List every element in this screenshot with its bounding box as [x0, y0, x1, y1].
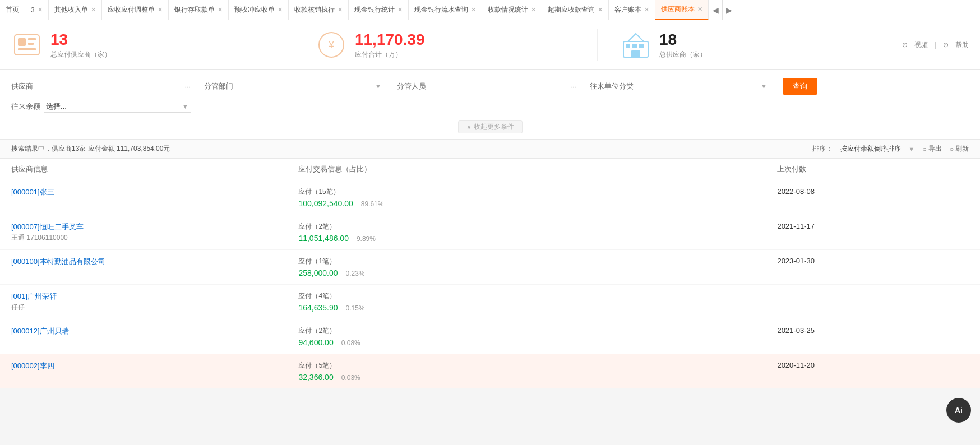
trans-label: 应付（1笔）: [298, 257, 777, 266]
nav-tab-label: 供应商账本: [661, 4, 695, 14]
payable-total-amount: 11,170.39: [355, 31, 425, 49]
filter-person: 分管人员 ···: [397, 80, 576, 92]
help-link[interactable]: 帮助: [955, 40, 969, 50]
supplier-link[interactable]: [000001]张三: [11, 188, 54, 196]
nav-tab-advance-collect[interactable]: 预收冲应收单 ✕: [229, 0, 289, 20]
balance-select[interactable]: 选择...: [44, 100, 191, 112]
trans-amount[interactable]: 100,092,540.00: [298, 199, 353, 208]
export-label: 导出: [928, 144, 942, 154]
nav-tab-3[interactable]: 3 ✕: [25, 0, 49, 20]
svg-rect-3: [28, 43, 34, 45]
search-button[interactable]: 查询: [783, 78, 817, 95]
export-icon: ○: [923, 145, 927, 153]
close-icon[interactable]: ✕: [397, 6, 403, 13]
nav-tab-other-income[interactable]: 其他收入单 ✕: [49, 0, 102, 20]
nav-tab-label: 收款情况统计: [488, 5, 528, 15]
nav-tab-customer-account[interactable]: 客户账本 ✕: [609, 0, 655, 20]
filter-area: 供应商 ··· 分管部门 ▼ 分管人员 ··· 往来单位分类: [0, 70, 980, 140]
nav-tab-bank-deposit[interactable]: 银行存取款单 ✕: [169, 0, 229, 20]
filter-row-2: 往来余额 选择... ▼: [11, 100, 191, 113]
export-button[interactable]: ○ 导出: [923, 144, 942, 154]
person-input[interactable]: [429, 80, 567, 92]
summary-info-total: 11,170.39 应付合计（万）: [355, 31, 425, 59]
nav-tab-label: 超期应收款查询: [548, 5, 595, 15]
supplier-input[interactable]: [43, 80, 181, 92]
trans-label: 应付（4笔）: [298, 291, 777, 301]
nav-tab-supplier-account[interactable]: 供应商账本 ✕: [655, 0, 709, 20]
close-icon[interactable]: ✕: [598, 6, 603, 13]
summary-card-payable-suppliers: 13 总应付供应商（家）: [11, 29, 293, 61]
nav-right-arrow[interactable]: ▶: [722, 0, 736, 20]
nav-tab-collect-verify[interactable]: 收款核销执行 ✕: [289, 0, 349, 20]
supplier-more-icon[interactable]: ···: [184, 82, 191, 91]
trans-pct: 9.89%: [357, 235, 376, 243]
collapse-bar: ∧ 收起更多条件: [11, 118, 969, 133]
last-pay-date: 2023-01-30: [777, 257, 969, 265]
header-transaction: 应付交易信息（占比）: [298, 164, 777, 174]
payable-supplier-label: 总应付供应商（家）: [50, 50, 111, 59]
supplier-sub: 王通 17106110000: [11, 233, 298, 243]
nav-tab-label: 现金银行统计: [354, 5, 395, 15]
nav-tab-label: 3: [31, 6, 35, 14]
close-icon[interactable]: ✕: [218, 6, 223, 13]
filter-category: 往来单位分类 ▼: [590, 80, 769, 92]
trans-amount[interactable]: 11,051,486.00: [298, 234, 349, 243]
balance-label: 往来余额: [11, 101, 40, 112]
close-icon[interactable]: ✕: [697, 6, 702, 13]
person-more-icon[interactable]: ···: [570, 82, 576, 91]
top-navigation: 首页 3 ✕ 其他收入单 ✕ 应收应付调整单 ✕ 银行存取款单 ✕ 预收冲应收单…: [0, 0, 980, 20]
dept-select[interactable]: [237, 80, 383, 92]
nav-tab-cash-bank-stat[interactable]: 现金银行统计 ✕: [349, 0, 409, 20]
transaction-info: 应付（1笔） 258,000.00 0.23%: [298, 257, 777, 277]
payable-total-label: 应付合计（万）: [355, 50, 425, 59]
close-icon[interactable]: ✕: [644, 6, 649, 13]
trans-amount[interactable]: 94,600.00: [298, 338, 333, 347]
close-icon[interactable]: ✕: [531, 6, 536, 13]
supplier-link[interactable]: [000012]广州贝瑞: [11, 327, 69, 335]
close-icon[interactable]: ✕: [278, 6, 283, 13]
svg-rect-2: [28, 38, 36, 40]
data-table: 供应商信息 应付交易信息（占比） 上次付数 [000001]张三 应付（15笔）…: [0, 159, 980, 389]
nav-tab-cash-bank-flow[interactable]: 现金银行流水查询 ✕: [409, 0, 482, 20]
nav-left-arrow[interactable]: ◀: [709, 0, 722, 20]
supplier-link[interactable]: [000007]恒旺二手叉车: [11, 222, 84, 231]
sort-value[interactable]: 按应付余额倒序排序: [840, 144, 901, 154]
nav-tab-overdue-query[interactable]: 超期应收款查询 ✕: [542, 0, 609, 20]
close-icon[interactable]: ✕: [338, 6, 343, 13]
refresh-button[interactable]: ○ 刷新: [950, 144, 969, 154]
last-pay-date: 2020-11-20: [777, 361, 969, 369]
filter-balance: 往来余额 选择... ▼: [11, 100, 191, 113]
trans-amount[interactable]: 32,366.00: [298, 373, 333, 382]
nav-tab-collect-stat[interactable]: 收款情况统计 ✕: [482, 0, 542, 20]
supplier-link[interactable]: [000002]李四: [11, 361, 54, 370]
dept-select-wrap: ▼: [237, 80, 383, 92]
supplier-link[interactable]: [001]广州荣轩: [11, 292, 57, 300]
transaction-info: 应付（15笔） 100,092,540.00 89.61%: [298, 187, 777, 208]
table-header: 供应商信息 应付交易信息（占比） 上次付数: [0, 159, 980, 180]
results-right: 排序： 按应付余额倒序排序 ▼ ○ 导出 ○ 刷新: [812, 144, 969, 154]
summary-info-payable: 13 总应付供应商（家）: [50, 31, 111, 59]
trans-amount[interactable]: 164,635.90: [298, 303, 338, 312]
nav-tab-label: 首页: [6, 5, 19, 15]
trans-amount[interactable]: 258,000.00: [298, 268, 338, 277]
collapse-up-icon: ∧: [466, 123, 471, 131]
category-label: 往来单位分类: [590, 81, 634, 91]
close-icon[interactable]: ✕: [158, 6, 163, 13]
close-icon[interactable]: ✕: [91, 6, 96, 13]
close-icon[interactable]: ✕: [471, 6, 476, 13]
supplier-link[interactable]: [000100]本特勤油品有限公司: [11, 257, 105, 266]
svg-rect-8: [626, 44, 630, 48]
close-icon[interactable]: ✕: [38, 6, 43, 13]
nav-tab-ap-adjust[interactable]: 应收应付调整单 ✕: [102, 0, 169, 20]
trans-label: 应付（15笔）: [298, 187, 777, 197]
category-select[interactable]: [637, 80, 769, 92]
supplier-name: [000100]本特勤油品有限公司: [11, 257, 298, 267]
nav-tab-home[interactable]: 首页: [0, 0, 25, 20]
video-link[interactable]: 视频: [914, 40, 928, 50]
balance-select-wrap: 选择... ▼: [44, 100, 191, 113]
payable-supplier-count: 13: [50, 31, 111, 49]
collapse-button[interactable]: ∧ 收起更多条件: [458, 120, 523, 133]
supplier-info: [000002]李四: [11, 361, 298, 371]
filter-row-1: 供应商 ··· 分管部门 ▼ 分管人员 ··· 往来单位分类: [11, 78, 969, 95]
sort-label: 排序：: [812, 144, 833, 154]
